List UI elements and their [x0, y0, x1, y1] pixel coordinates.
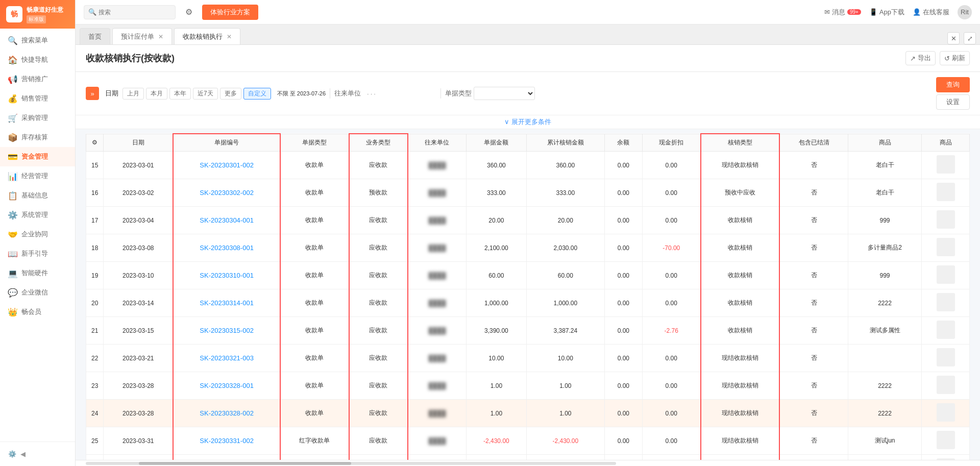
row-goods: 2222 — [848, 372, 921, 400]
sidebar-item-finance[interactable]: 💳 资金管理 — [0, 147, 75, 166]
search-magnifier-icon: 🔍 — [88, 8, 96, 16]
row-date: 2023-03-28 — [104, 400, 173, 427]
sidebar-item-hardware[interactable]: 💻 智能硬件 — [0, 263, 75, 283]
row-date: 2023-04-03 — [104, 455, 173, 460]
sidebar-item-system[interactable]: ⚙️ 系统管理 — [0, 205, 75, 225]
date-btn-this-year[interactable]: 本年 — [169, 88, 191, 100]
sidebar-logo: 畅 畅康道好生意 标准版 — [0, 0, 75, 29]
tab-home[interactable]: 首页 — [80, 28, 110, 44]
row-balance: 0.00 — [604, 345, 642, 372]
tab-prepay[interactable]: 预计应付单 ✕ — [112, 28, 172, 44]
row-balance: 0.00 — [604, 455, 642, 460]
doc-no-link[interactable]: SK-20230314-001 — [200, 299, 254, 307]
tab-close-all-btn[interactable]: ✕ — [947, 32, 960, 44]
date-quick-btns: 上月 本月 本年 近7天 更多 自定义 — [122, 88, 271, 100]
solution-btn[interactable]: 体验行业方案 — [202, 5, 258, 20]
doc-no-link[interactable]: SK-20230304-001 — [200, 216, 254, 224]
tab-expand-btn[interactable]: ⤢ — [964, 32, 976, 44]
row-biztype: 预收款 — [349, 179, 408, 207]
sidebar-item-operations[interactable]: 📊 经营管理 — [0, 166, 75, 186]
settings-gear-icon: ⚙️ — [8, 450, 16, 458]
sidebar-item-sales[interactable]: 💰 销售管理 — [0, 89, 75, 108]
row-hxamount: 333.00 — [526, 179, 604, 207]
sidebar-item-member[interactable]: 👑 畅会员 — [0, 302, 75, 322]
chevron-down-icon: ∨ — [504, 118, 509, 126]
row-partner: ████ — [408, 372, 466, 400]
sidebar-collapse-btn[interactable]: ◀ — [20, 450, 26, 458]
user-avatar[interactable]: Rit — [958, 5, 972, 19]
date-btn-more[interactable]: 更多 — [220, 88, 241, 100]
topbar-search-box[interactable]: 🔍 — [84, 5, 176, 19]
doc-no-link[interactable]: SK-20230301-002 — [200, 161, 254, 169]
sidebar-item-guide[interactable]: 📖 新手引导 — [0, 244, 75, 263]
expand-more-bar[interactable]: ∨ 展开更多条件 — [76, 115, 980, 129]
sidebar-item-basics[interactable]: 📋 基础信息 — [0, 186, 75, 205]
sidebar-item-corp[interactable]: 🤝 企业协同 — [0, 225, 75, 244]
partner-input-dots: ··· — [367, 90, 377, 97]
row-discount: 0.00 — [642, 289, 700, 317]
filter-settings-btn[interactable]: 设置 — [936, 94, 970, 110]
doc-no-link[interactable]: SK-20230331-002 — [200, 437, 254, 445]
date-btn-7days[interactable]: 近7天 — [193, 88, 218, 100]
date-btn-custom[interactable]: 自定义 — [243, 88, 271, 100]
row-amount: 20.00 — [466, 207, 526, 234]
online-service-btn[interactable]: 👤 在线客服 — [913, 8, 949, 17]
query-btn[interactable]: 查询 — [936, 77, 970, 92]
row-balance: 0.00 — [604, 179, 642, 207]
doc-no-link[interactable]: SK-20230302-002 — [200, 189, 254, 197]
tab-prepay-close[interactable]: ✕ — [158, 33, 163, 40]
row-settled: 否 — [779, 345, 848, 372]
doc-no-link[interactable]: SK-20230310-001 — [200, 272, 254, 279]
row-date: 2023-03-15 — [104, 317, 173, 345]
doc-no-link[interactable]: SK-20230328-001 — [200, 382, 254, 389]
tab-collection[interactable]: 收款核销执行 ✕ — [174, 28, 240, 44]
sidebar-item-inventory[interactable]: 📦 库存核算 — [0, 128, 75, 147]
scrollbar-thumb[interactable] — [139, 462, 351, 465]
sidebar-item-marketing[interactable]: 📢 营销推广 — [0, 69, 75, 89]
doc-no-link[interactable]: SK-20230315-002 — [200, 327, 254, 334]
app-download-btn[interactable]: 📱 App下载 — [869, 8, 904, 17]
filter-toggle-btn[interactable]: » — [86, 87, 99, 100]
horizontal-scrollbar[interactable] — [86, 462, 616, 465]
sidebar-item-search[interactable]: 🔍 搜索菜单 — [0, 31, 75, 50]
export-btn[interactable]: ↗ 导出 — [905, 51, 936, 65]
row-goods: 2222 — [848, 400, 921, 427]
refresh-icon: ↺ — [944, 55, 950, 62]
row-date: 2023-03-31 — [104, 427, 173, 455]
search-input[interactable] — [99, 9, 171, 16]
col-settings-header[interactable]: ⚙ — [86, 134, 104, 152]
row-doctype: 收款单 — [280, 234, 349, 262]
col-goods2-header: 商品 — [922, 134, 970, 152]
table-scrollbar-area[interactable] — [76, 460, 980, 466]
row-no: 22 — [86, 345, 104, 372]
table-row: 20 2023-03-14 SK-20230314-001 收款单 应收款 ██… — [86, 289, 970, 317]
voucher-type-select[interactable] — [474, 87, 535, 100]
system-icon: ⚙️ — [8, 210, 17, 219]
date-btn-last-month[interactable]: 上月 — [122, 88, 144, 100]
sidebar-item-quick-nav[interactable]: 🏠 快捷导航 — [0, 50, 75, 69]
sidebar-item-purchase[interactable]: 🛒 采购管理 — [0, 108, 75, 128]
row-partner: ████ — [408, 427, 466, 455]
row-hxtype: 收款核销 — [701, 207, 780, 234]
row-biztype: 应收款 — [349, 234, 408, 262]
row-amount: 360.00 — [466, 152, 526, 179]
tab-collection-close[interactable]: ✕ — [227, 33, 232, 40]
row-balance: 0.00 — [604, 152, 642, 179]
row-no: 17 — [86, 207, 104, 234]
topbar-gear-btn[interactable]: ⚙ — [182, 5, 196, 19]
row-hxamount: 1,000.00 — [526, 289, 604, 317]
refresh-btn[interactable]: ↺ 刷新 — [940, 51, 970, 65]
sidebar-item-wechat[interactable]: 💬 企业微信 — [0, 283, 75, 302]
doc-no-link[interactable]: SK-20230328-002 — [200, 409, 254, 417]
sidebar-settings-btn[interactable]: ⚙️ ◀ — [0, 446, 75, 462]
row-goods: 测试多属性 — [848, 317, 921, 345]
row-goods: 2222 — [848, 289, 921, 317]
doc-no-link[interactable]: SK-20230308-001 — [200, 244, 254, 252]
row-biztype: 应收款 — [349, 289, 408, 317]
filter-row: 日期 上月 本月 本年 近7天 更多 自定义 不限 至 2023-07-26 往… — [105, 87, 930, 100]
row-discount: 0.00 — [642, 179, 700, 207]
messages-btn[interactable]: ✉ 消息 99+ — [824, 8, 861, 17]
row-partner: ████ — [408, 207, 466, 234]
doc-no-link[interactable]: SK-20230321-003 — [200, 354, 254, 362]
date-btn-this-month[interactable]: 本月 — [146, 88, 167, 100]
